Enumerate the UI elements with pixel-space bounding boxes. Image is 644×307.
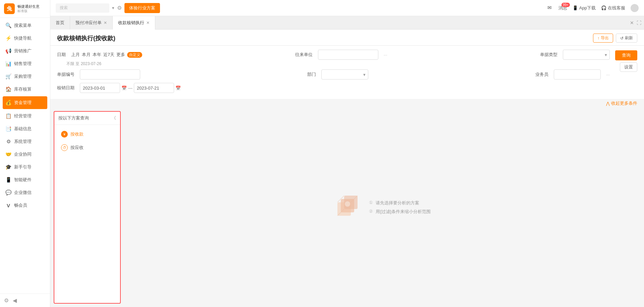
filter-item-by-receipt[interactable]: ¥ 按收款 bbox=[54, 127, 120, 141]
sidebar-item-guide-label: 新手引导 bbox=[14, 164, 32, 170]
date-custom-badge[interactable]: 自定义 bbox=[127, 52, 142, 58]
filter-item-by-receivable-label: 按应收 bbox=[70, 145, 84, 151]
sidebar-item-sales[interactable]: 📊 销售管理 bbox=[0, 57, 50, 70]
sidebar-nav: 🔍 搜索菜单 ⚡ 快捷导航 📢 营销推广 📊 销售管理 🛒 采购管理 🏠 库存核… bbox=[0, 18, 50, 294]
sidebar-item-finance[interactable]: 💰 资金管理 bbox=[3, 96, 47, 109]
tab-verify-close-icon[interactable]: ✕ bbox=[146, 20, 150, 25]
dept-select[interactable] bbox=[321, 69, 368, 80]
sidebar-item-member[interactable]: V 畅会员 bbox=[0, 199, 50, 212]
shortcuts-icon: ⚡ bbox=[5, 35, 11, 41]
filter-item-by-receipt-label: 按收款 bbox=[70, 131, 84, 137]
topbar-search-text: 搜索 bbox=[60, 5, 68, 11]
sidebar-item-inventory-label: 库存核算 bbox=[14, 86, 32, 92]
verify-date-end-calendar-icon[interactable]: 📅 bbox=[175, 86, 181, 91]
app-download-link[interactable]: 📱 App下载 bbox=[573, 5, 596, 11]
staff-input[interactable] bbox=[554, 69, 601, 80]
export-button[interactable]: ↑ 导出 bbox=[593, 34, 613, 43]
sidebar-item-hardware[interactable]: 📱 智能硬件 bbox=[0, 173, 50, 186]
date-shortcut-this-year[interactable]: 本年 bbox=[93, 52, 101, 58]
sidebar-item-enterprise[interactable]: 🤝 企业协同 bbox=[0, 148, 50, 161]
collapse-label: 收起更多条件 bbox=[611, 100, 637, 106]
doc-type-select[interactable] bbox=[563, 50, 610, 60]
tab-prepay[interactable]: 预付冲应付单 ✕ bbox=[70, 16, 113, 30]
online-service-link[interactable]: 🎧 在线客服 bbox=[601, 5, 625, 11]
export-icon: ↑ bbox=[597, 36, 599, 41]
app-name: 畅捷通好生意 bbox=[17, 4, 40, 9]
settings-bottom-icon[interactable]: ⚙ bbox=[4, 297, 9, 304]
sidebar-item-purchase-label: 采购管理 bbox=[14, 73, 32, 80]
topbar-search-box[interactable]: 搜索 bbox=[56, 3, 109, 13]
party-ellipsis-icon[interactable]: ··· bbox=[384, 52, 387, 57]
empty-illustration bbox=[334, 194, 361, 221]
setting-button[interactable]: 设置 bbox=[620, 62, 637, 72]
sidebar-item-search-label: 搜索菜单 bbox=[14, 22, 32, 29]
hardware-icon: 📱 bbox=[5, 177, 11, 183]
inventory-icon: 🏠 bbox=[5, 86, 11, 92]
date-more-btn[interactable]: 更多 bbox=[116, 52, 125, 58]
tab-prepay-label: 预付冲应付单 bbox=[75, 20, 102, 26]
sidebar-item-hardware-label: 智能硬件 bbox=[14, 177, 32, 183]
filter-panel: 日期 上月 本月 本年 近7天 更多 自定义 往来单位 ··· bbox=[50, 46, 644, 99]
verify-date-start-calendar-icon[interactable]: 📅 bbox=[121, 86, 127, 91]
sidebar-item-marketing[interactable]: 📢 营销推广 bbox=[0, 45, 50, 57]
refresh-button[interactable]: ↺ 刷新 bbox=[616, 34, 637, 43]
sidebar-item-inventory[interactable]: 🏠 库存核算 bbox=[0, 83, 50, 96]
left-filter-panel: 按以下方案查询 《 ¥ 按收款 ⏱ 按应收 bbox=[54, 111, 121, 304]
date-shortcut-7days[interactable]: 近7天 bbox=[103, 52, 114, 58]
collapse-more-conditions-btn[interactable]: ⋀ 收起更多条件 bbox=[50, 99, 644, 108]
empty-state: ① 请先选择要分析的方案 ② 用[过滤]条件来缩小分析范围 bbox=[334, 194, 430, 221]
sidebar-item-management[interactable]: 📋 经营管理 bbox=[0, 110, 50, 122]
industry-solution-button[interactable]: 体验行业方案 bbox=[124, 3, 160, 13]
filter-item-by-receivable[interactable]: ⏱ 按应收 bbox=[54, 141, 120, 154]
verify-date-end-input[interactable] bbox=[134, 83, 174, 93]
app-edition: 标准版 bbox=[17, 9, 40, 13]
doc-no-input[interactable] bbox=[80, 69, 140, 80]
tab-home[interactable]: 首页 bbox=[50, 16, 70, 30]
online-service-icon: 🎧 bbox=[601, 5, 606, 10]
topbar-right: ✉ 99+ 消息 📱 App下载 🎧 在线客服 bbox=[547, 4, 639, 12]
tab-home-label: 首页 bbox=[56, 20, 64, 26]
sidebar-item-guide[interactable]: 🎓 新手引导 bbox=[0, 161, 50, 173]
sidebar-item-purchase[interactable]: 🛒 采购管理 bbox=[0, 70, 50, 83]
sidebar-item-member-label: 畅会员 bbox=[14, 202, 27, 208]
filter-action-buttons: 查询 设置 bbox=[615, 50, 637, 72]
date-shortcut-last-month[interactable]: 上月 bbox=[71, 52, 80, 58]
online-service-label: 在线客服 bbox=[608, 5, 625, 11]
doc-type-select-wrap bbox=[563, 50, 610, 60]
topbar: 搜索 ▾ ⚙ 体验行业方案 ✉ 99+ 消息 📱 App下载 🎧 在线客服 bbox=[50, 0, 644, 16]
topbar-gear-icon[interactable]: ⚙ bbox=[117, 5, 122, 11]
left-filter-items: ¥ 按收款 ⏱ 按应收 bbox=[54, 125, 120, 157]
close-tab-icon[interactable]: ✕ bbox=[630, 20, 634, 25]
svg-point-6 bbox=[345, 201, 350, 207]
sidebar-item-basic-label: 基础信息 bbox=[14, 126, 32, 132]
staff-ellipsis-icon[interactable]: ··· bbox=[606, 72, 610, 77]
topbar-dropdown-icon[interactable]: ▾ bbox=[112, 5, 114, 10]
sidebar-item-sales-label: 销售管理 bbox=[14, 61, 32, 67]
refresh-label: 刷新 bbox=[625, 35, 633, 41]
expand-tab-icon[interactable]: ⛶ bbox=[637, 20, 641, 25]
export-label: 导出 bbox=[601, 35, 609, 41]
sidebar-item-system[interactable]: ⚙ 系统管理 bbox=[0, 135, 50, 148]
empty-tips: ① 请先选择要分析的方案 ② 用[过滤]条件来缩小分析范围 bbox=[369, 200, 430, 215]
tab-verify[interactable]: 收款核销执行 ✕ bbox=[113, 16, 155, 30]
party-input[interactable] bbox=[318, 50, 378, 60]
tab-prepay-close-icon[interactable]: ✕ bbox=[104, 20, 107, 25]
date-filter-label: 日期 bbox=[57, 52, 66, 58]
sidebar-item-basic[interactable]: 📑 基础信息 bbox=[0, 122, 50, 135]
query-button[interactable]: 查询 bbox=[615, 50, 637, 60]
message-icon-area[interactable]: ✉ 99+ 消息 bbox=[547, 5, 567, 11]
collapse-sidebar-icon[interactable]: ◀ bbox=[13, 297, 17, 304]
date-shortcut-this-month[interactable]: 本月 bbox=[82, 52, 91, 58]
verify-date-start-input[interactable] bbox=[80, 83, 120, 93]
sidebar-item-wechat[interactable]: 💬 企业微信 bbox=[0, 186, 50, 199]
sidebar-item-shortcuts[interactable]: ⚡ 快捷导航 bbox=[0, 32, 50, 45]
sidebar-item-search[interactable]: 🔍 搜索菜单 bbox=[0, 19, 50, 32]
tip1-text: 请先选择要分析的方案 bbox=[376, 200, 419, 206]
filter-row-3: 核销日期 📅 — 📅 bbox=[57, 83, 610, 93]
left-filter-collapse-icon[interactable]: 《 bbox=[112, 115, 116, 121]
page-actions: ↑ 导出 ↺ 刷新 bbox=[593, 34, 637, 43]
system-icon: ⚙ bbox=[5, 139, 11, 145]
user-avatar[interactable] bbox=[631, 4, 639, 12]
filter-row-2: 单据编号 部门 业务员 ··· bbox=[57, 69, 610, 80]
search-menu-icon: 🔍 bbox=[5, 22, 11, 29]
